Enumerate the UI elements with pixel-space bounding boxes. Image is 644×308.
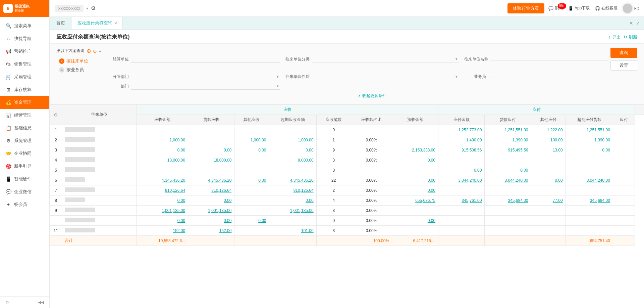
tab-active[interactable]: 应收应付余额查询 × [72,17,123,29]
query-button[interactable]: 查询 [610,48,637,58]
value-link[interactable]: 100.00 [550,138,563,142]
sidebar-item-marketing[interactable]: 📢 营销推广 [0,45,49,58]
value-link[interactable]: 1,000.00 [298,138,314,142]
value-link[interactable]: 1,252,773.00 [458,128,482,132]
value-link[interactable]: 0.00 [224,198,231,203]
value-link[interactable]: 1,490.00 [466,138,482,142]
value-link[interactable]: 655,636.75 [415,198,435,203]
value-link[interactable]: 0.00 [555,178,562,183]
messages-button[interactable]: 💬 消息 99+ [548,5,563,11]
value-link[interactable]: 4,345,436.20 [162,178,185,183]
footer-gear-icon[interactable]: ⚙ [5,300,9,305]
value-link[interactable]: 345,684.00 [590,198,610,203]
window-maximize-icon[interactable]: ⤢ [636,20,640,26]
value-link[interactable]: 0.00 [177,218,185,223]
value-link[interactable]: 101.00 [301,228,314,233]
value-link[interactable]: 0.00 [602,148,610,152]
transaction-nature-select[interactable]: ▾ [312,74,459,80]
app-download-button[interactable]: 📱 App下载 [568,5,590,11]
value-link[interactable]: 18,000.00 [214,158,231,163]
value-link[interactable]: 1,390.00 [594,138,610,142]
value-link[interactable]: 810,126.64 [293,188,314,193]
value-link[interactable]: 0.00 [306,198,313,203]
dept-select[interactable]: ▾ [131,83,280,90]
user-profile[interactable]: Rit [623,4,639,13]
sidebar-item-search-menu[interactable]: 🔍 搜索菜单 [0,19,49,32]
value-link[interactable]: 3,044,240.00 [504,178,528,183]
value-link[interactable]: 0.00 [428,218,435,223]
tab-home[interactable]: 首页 [50,17,72,29]
value-link[interactable]: 0.00 [474,168,482,173]
sidebar-item-wechat[interactable]: 💬 企业微信 [0,185,49,198]
sidebar-item-system[interactable]: ⚙ 系统管理 [0,134,49,147]
online-service-button[interactable]: 🎧 在线客服 [595,5,618,11]
chevron-down-icon[interactable]: ▾ [86,6,88,11]
sidebar-item-finance[interactable]: 💰 资金管理 [0,96,49,109]
table-settings-gear-icon[interactable]: ⚙ [54,112,58,118]
footer-collapse-icon[interactable]: ◀◀ [38,300,44,305]
sidebar-item-basic-info[interactable]: 📋 基础信息 [0,122,49,134]
value-link[interactable]: 13.00 [553,148,563,152]
value-link[interactable]: 18,000.00 [167,158,185,163]
value-link[interactable]: 1,251,551.00 [504,128,528,132]
transaction-category-select[interactable]: ▾ [312,56,459,62]
value-link[interactable]: 1,000.00 [251,138,266,142]
value-link[interactable]: 0.00 [258,218,266,223]
scheme-by-salesperson[interactable]: ○ 按业务员 [56,65,102,74]
sidebar-item-operations[interactable]: 📊 经营管理 [0,109,49,122]
value-link[interactable]: 0.00 [428,178,435,183]
value-link[interactable]: 0.00 [258,148,266,152]
scheme-by-partner[interactable]: ✓ 按往来单位 [56,57,102,65]
window-close-icon[interactable]: ✕ [629,20,633,26]
value-link[interactable]: 4,345,436.20 [208,178,231,183]
value-link[interactable]: 0.00 [224,148,231,152]
sidebar-item-collab[interactable]: 🤝 企业协同 [0,147,49,160]
salesperson-input[interactable]: ... [488,73,637,80]
value-link[interactable]: 1,390.00 [513,138,528,142]
value-link[interactable]: 3,044,240.00 [587,178,610,183]
value-link[interactable]: 1,001,135.00 [208,208,231,213]
refresh-button[interactable]: ↻ 刷新 [624,34,637,40]
value-link[interactable]: 0.00 [306,148,313,152]
value-link[interactable]: 77.00 [553,198,563,203]
sidebar-item-quick-nav[interactable]: ⌂ 快捷导航 [0,32,49,45]
filter-scheme-collapse-button[interactable]: « [99,48,102,54]
value-link[interactable]: 0.00 [224,218,231,223]
value-link[interactable]: 152.00 [173,228,185,233]
value-link[interactable]: 0.00 [428,158,435,163]
value-link[interactable]: 1,000.00 [169,138,185,142]
value-link[interactable]: 915,508.56 [462,148,482,152]
value-link[interactable]: 0.00 [428,188,435,193]
settings-button[interactable]: 设置 [610,60,637,71]
value-link[interactable]: 345,761.00 [462,198,482,203]
value-link[interactable]: 810,126.64 [165,188,185,193]
value-link[interactable]: 810,126.64 [211,188,231,193]
transaction-name-input[interactable] [490,58,608,60]
value-link[interactable]: 3,044,240.00 [458,178,482,183]
value-link[interactable]: 915,495.56 [508,148,528,152]
filter-scheme-settings-button[interactable]: ⊙ [93,48,97,54]
solution-button[interactable]: 体验行业方案 [507,3,544,13]
tab-close-icon[interactable]: × [114,20,117,26]
sidebar-item-member[interactable]: ✦ 畅会员 [0,198,49,211]
sidebar-item-hardware[interactable]: 📱 智能硬件 [0,173,49,185]
collapse-more-button[interactable]: ∧ 收起更多条件 [358,93,386,99]
topbar-gear-icon[interactable]: ⚙ [91,5,96,11]
value-link[interactable]: 1,222.00 [547,128,563,132]
value-link[interactable]: 0.00 [177,198,185,203]
value-link[interactable]: 1,251,551.00 [587,128,610,132]
filter-add-button[interactable]: ⊕ [87,48,91,54]
value-link[interactable]: 1,001,135.00 [290,208,314,213]
value-link[interactable]: 345,684.00 [508,198,528,203]
managing-dept-select[interactable]: ▾ [131,74,280,80]
export-button[interactable]: ↑ 导出 [609,34,621,40]
value-link[interactable]: 1,001,135.00 [162,208,185,213]
value-link[interactable]: 2,153,333.00 [412,148,435,152]
value-link[interactable]: 152.00 [219,228,232,233]
value-link[interactable]: 0.00 [520,168,528,173]
sidebar-item-purchase[interactable]: 🛒 采购管理 [0,71,49,83]
sidebar-item-guide[interactable]: 🎯 新手引导 [0,160,49,173]
value-link[interactable]: 0.00 [177,148,185,152]
value-link[interactable]: 0.00 [258,178,266,183]
sidebar-item-sales[interactable]: 🛍 销售管理 [0,58,49,71]
